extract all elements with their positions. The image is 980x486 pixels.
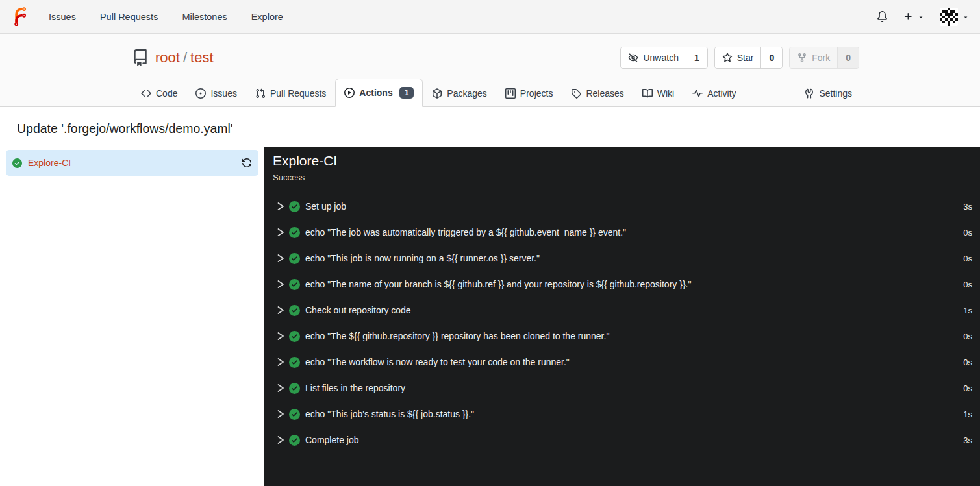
- step-success-icon: [289, 279, 300, 290]
- user-menu[interactable]: [940, 8, 969, 26]
- repo-action-buttons: Unwatch 1 Star 0 Fork 0: [620, 47, 859, 69]
- nav-milestones[interactable]: Milestones: [182, 12, 227, 22]
- step-name: echo "The name of your branch is ${{ git…: [305, 279, 691, 289]
- step-success-icon: [289, 435, 300, 446]
- step-row[interactable]: Check out repository code 1s: [264, 297, 980, 323]
- step-success-icon: [289, 201, 300, 212]
- repo-owner-link[interactable]: root: [155, 49, 180, 66]
- notifications-bell-icon[interactable]: [877, 11, 888, 22]
- chevron-right-icon[interactable]: [277, 253, 284, 263]
- tab-wiki[interactable]: Wiki: [633, 80, 683, 107]
- step-name: echo "The ${{ github.repository }} repos…: [305, 331, 609, 341]
- step-duration: 0s: [963, 383, 972, 393]
- rerun-sync-icon[interactable]: [242, 158, 252, 168]
- tag-icon: [571, 88, 581, 99]
- chevron-right-icon[interactable]: [277, 435, 284, 445]
- step-row[interactable]: echo "This job is now running on a ${{ r…: [264, 245, 980, 271]
- stars-count[interactable]: 0: [760, 47, 782, 68]
- nav-explore[interactable]: Explore: [251, 12, 283, 22]
- fork-icon: [797, 53, 807, 63]
- chevron-right-icon[interactable]: [277, 357, 284, 367]
- step-duration: 0s: [963, 254, 972, 263]
- job-item-explore-ci[interactable]: Explore-CI: [6, 150, 258, 176]
- step-name: echo "This job is now running on a ${{ r…: [305, 253, 540, 263]
- fork-button: Fork: [790, 47, 837, 68]
- step-success-icon: [289, 331, 300, 342]
- step-duration: 3s: [963, 435, 972, 445]
- step-success-icon: [289, 227, 300, 238]
- repo-name-link[interactable]: test: [190, 49, 213, 66]
- step-row[interactable]: echo "The ${{ github.repository }} repos…: [264, 323, 980, 349]
- step-duration: 0s: [963, 280, 972, 289]
- chevron-right-icon[interactable]: [277, 279, 284, 289]
- tab-projects[interactable]: Projects: [496, 80, 562, 107]
- nav-pull-requests[interactable]: Pull Requests: [100, 12, 158, 22]
- fork-button-group: Fork 0: [789, 47, 859, 69]
- repo-header: root/test Unwatch 1 Star 0 Fork: [0, 34, 980, 107]
- tab-code[interactable]: Code: [132, 80, 186, 107]
- steps-list: Set up job 3s echo "The job was automati…: [264, 191, 980, 453]
- nav-issues[interactable]: Issues: [49, 12, 76, 22]
- tab-releases[interactable]: Releases: [562, 80, 633, 107]
- create-new-menu[interactable]: [903, 12, 924, 21]
- step-duration: 3s: [963, 202, 972, 212]
- tools-icon: [804, 88, 814, 99]
- navbar-links: Issues Pull Requests Milestones Explore: [49, 12, 283, 22]
- chevron-right-icon[interactable]: [277, 305, 284, 315]
- pull-request-icon: [255, 88, 266, 99]
- step-row[interactable]: List files in the repository 0s: [264, 375, 980, 401]
- tab-actions[interactable]: Actions 1: [335, 79, 423, 107]
- tab-settings[interactable]: Settings: [795, 80, 861, 107]
- run-title: Update '.forgejo/workflows/demo.yaml': [0, 107, 980, 147]
- step-row[interactable]: echo "The name of your branch is ${{ git…: [264, 271, 980, 297]
- package-icon: [432, 88, 442, 99]
- step-row[interactable]: Set up job 3s: [264, 193, 980, 219]
- issue-icon: [195, 88, 206, 99]
- chevron-right-icon[interactable]: [277, 331, 284, 341]
- step-name: Set up job: [305, 201, 346, 212]
- code-icon: [141, 88, 151, 99]
- star-button-group: Star 0: [714, 47, 783, 69]
- forks-count: 0: [837, 47, 859, 68]
- tab-packages[interactable]: Packages: [423, 80, 496, 107]
- unwatch-button[interactable]: Unwatch: [621, 47, 685, 68]
- step-name: echo "The job was automatically triggere…: [305, 227, 626, 237]
- pulse-icon: [692, 88, 703, 99]
- repo-separator: /: [183, 49, 187, 66]
- chevron-right-icon[interactable]: [277, 227, 284, 237]
- repo-title: root/test: [132, 49, 214, 66]
- star-icon: [722, 53, 733, 63]
- step-duration: 1s: [963, 306, 972, 315]
- star-button[interactable]: Star: [715, 47, 761, 68]
- step-duration: 0s: [963, 228, 972, 237]
- chevron-right-icon[interactable]: [277, 201, 284, 212]
- navbar-right: [877, 8, 969, 26]
- watchers-count[interactable]: 1: [686, 47, 707, 68]
- job-success-icon: [12, 158, 22, 168]
- step-success-icon: [289, 357, 300, 368]
- watch-button-group: Unwatch 1: [620, 47, 707, 69]
- forgejo-logo[interactable]: [11, 7, 31, 27]
- tab-pull-requests[interactable]: Pull Requests: [246, 80, 335, 107]
- repo-tabs: Code Issues Pull Requests Actions 1 Pack…: [0, 79, 980, 107]
- actions-count-badge: 1: [399, 87, 414, 99]
- chevron-right-icon[interactable]: [277, 383, 284, 393]
- step-success-icon: [289, 305, 300, 316]
- play-circle-icon: [344, 88, 355, 98]
- project-icon: [505, 88, 516, 99]
- step-name: echo "This job's status is ${{ job.statu…: [305, 409, 474, 419]
- chevron-right-icon[interactable]: [277, 409, 284, 419]
- step-row[interactable]: Complete job 3s: [264, 427, 980, 453]
- tab-issues[interactable]: Issues: [186, 80, 245, 107]
- step-row[interactable]: echo "The job was automatically triggere…: [264, 219, 980, 245]
- step-row[interactable]: echo "This job's status is ${{ job.statu…: [264, 401, 980, 427]
- step-row[interactable]: echo "The workflow is now ready to test …: [264, 349, 980, 375]
- step-duration: 1s: [963, 409, 972, 419]
- jobs-sidebar: Explore-CI: [0, 147, 264, 179]
- book-icon: [642, 88, 653, 99]
- run-view: Update '.forgejo/workflows/demo.yaml' Ex…: [0, 107, 980, 486]
- step-name: Complete job: [305, 435, 359, 445]
- step-name: echo "The workflow is now ready to test …: [305, 357, 570, 367]
- plus-icon: [903, 12, 913, 21]
- tab-activity[interactable]: Activity: [683, 80, 745, 107]
